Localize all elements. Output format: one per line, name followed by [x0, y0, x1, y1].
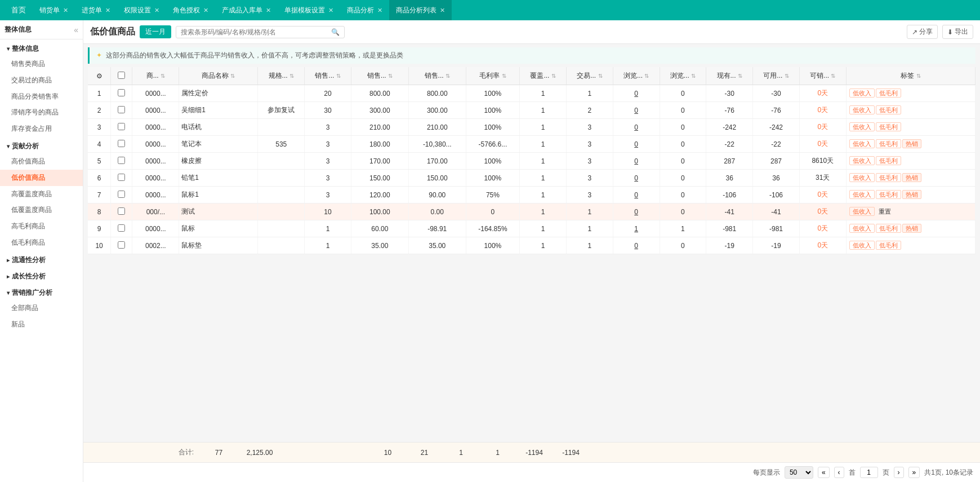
- views1-link[interactable]: 0: [634, 242, 638, 250]
- cell-checkbox[interactable]: [111, 204, 132, 220]
- sidebar-item-category-sales-rate[interactable]: 商品分类销售率: [0, 89, 83, 105]
- col-sales-cost[interactable]: 销售... ⇅: [408, 67, 466, 85]
- cell-views1[interactable]: 0: [613, 153, 660, 170]
- sidebar-group-overall[interactable]: ▾ 整体信息: [0, 39, 83, 56]
- page-unit: 页: [883, 468, 889, 477]
- close-icon-5[interactable]: ✕: [328, 0, 333, 20]
- col-available[interactable]: 可用... ⇅: [753, 67, 800, 85]
- search-input[interactable]: [181, 28, 331, 36]
- sidebar-item-new-products[interactable]: 新品: [0, 316, 83, 333]
- views1-link[interactable]: 1: [634, 225, 638, 233]
- col-views1[interactable]: 浏览... ⇅: [613, 67, 660, 85]
- nav-tab-6[interactable]: 商品分析 ✕: [340, 0, 389, 20]
- col-tags[interactable]: 标签 ⇅: [846, 67, 975, 85]
- sidebar-item-low-value[interactable]: 低价值商品: [0, 170, 83, 186]
- cell-checkbox[interactable]: [111, 220, 132, 237]
- close-icon-7[interactable]: ✕: [440, 0, 445, 20]
- nav-tab-0[interactable]: 销货单 ✕: [33, 0, 75, 20]
- cell-views1[interactable]: 0: [613, 187, 660, 204]
- cell-views1[interactable]: 0: [613, 85, 660, 102]
- sidebar-item-stock-funds[interactable]: 库存资金占用: [0, 121, 83, 137]
- sidebar-item-sales-products[interactable]: 销售类商品: [0, 56, 83, 72]
- select-all-checkbox[interactable]: [118, 72, 125, 79]
- cell-views1[interactable]: 0: [613, 136, 660, 153]
- close-icon-1[interactable]: ✕: [105, 0, 110, 20]
- first-page-button[interactable]: «: [818, 467, 830, 478]
- cell-sales-cost: -10,380...: [408, 136, 466, 153]
- cell-coverage: 1: [520, 220, 567, 237]
- sidebar-item-low-margin[interactable]: 低毛利商品: [0, 235, 83, 251]
- views1-link[interactable]: 0: [634, 208, 638, 216]
- nav-tab-2[interactable]: 权限设置 ✕: [117, 0, 166, 20]
- search-icon[interactable]: 🔍: [331, 28, 340, 36]
- views1-link[interactable]: 0: [634, 191, 638, 199]
- footer-totals: 合计: 77 2,125.00 10 21 1 1 -1194 -1194: [83, 442, 980, 462]
- sidebar-group-growth[interactable]: ▸ 成长性分析: [0, 267, 83, 284]
- nav-tab-4[interactable]: 产成品入库单 ✕: [215, 0, 278, 20]
- col-sales-amt[interactable]: 销售... ⇅: [351, 67, 408, 85]
- nav-tab-7[interactable]: 商品分析列表 ✕: [389, 0, 452, 20]
- filter-recent-month-button[interactable]: 近一月: [140, 25, 171, 38]
- cell-views1[interactable]: 0: [613, 204, 660, 220]
- cell-checkbox[interactable]: [111, 187, 132, 204]
- close-icon-2[interactable]: ✕: [154, 0, 159, 20]
- next-page-button[interactable]: ›: [894, 467, 904, 478]
- views1-link[interactable]: 0: [634, 107, 638, 114]
- col-name[interactable]: 商品名称 ⇅: [179, 67, 258, 85]
- views1-link[interactable]: 0: [634, 140, 638, 148]
- cell-checkbox[interactable]: [111, 136, 132, 153]
- col-views2[interactable]: 浏览... ⇅: [660, 67, 706, 85]
- col-coverage[interactable]: 覆盖... ⇅: [520, 67, 567, 85]
- cell-checkbox[interactable]: [111, 102, 132, 119]
- sidebar-item-high-value[interactable]: 高价值商品: [0, 153, 83, 170]
- sidebar-item-high-margin[interactable]: 高毛利商品: [0, 218, 83, 235]
- sidebar-group-contribution[interactable]: ▾ 贡献分析: [0, 137, 83, 153]
- nav-tab-5[interactable]: 单据模板设置 ✕: [278, 0, 340, 20]
- sidebar-item-traded-products[interactable]: 交易过的商品: [0, 72, 83, 89]
- col-spec[interactable]: 规格... ⇅: [258, 67, 305, 85]
- cell-views1[interactable]: 0: [613, 170, 660, 187]
- col-transactions[interactable]: 交易... ⇅: [566, 67, 613, 85]
- close-icon-4[interactable]: ✕: [266, 0, 271, 20]
- cell-sales-qty: 20: [305, 85, 351, 102]
- sidebar-group-circulation[interactable]: ▸ 流通性分析: [0, 251, 83, 267]
- close-icon-6[interactable]: ✕: [377, 0, 382, 20]
- col-checkbox[interactable]: [111, 67, 132, 85]
- sidebar-item-all-products[interactable]: 全部商品: [0, 300, 83, 316]
- col-code[interactable]: 商... ⇅: [132, 67, 179, 85]
- share-button[interactable]: ↗ 分享: [907, 25, 938, 39]
- last-page-button[interactable]: »: [908, 467, 920, 478]
- prev-page-button[interactable]: ‹: [834, 467, 844, 478]
- per-page-select[interactable]: 50 100 200: [785, 466, 813, 479]
- views1-link[interactable]: 0: [634, 157, 638, 165]
- col-gross-margin[interactable]: 毛利率 ⇅: [466, 67, 520, 85]
- cell-views1[interactable]: 1: [613, 220, 660, 237]
- cell-views1[interactable]: 0: [613, 102, 660, 119]
- cell-checkbox[interactable]: [111, 85, 132, 102]
- col-settings[interactable]: ⚙: [88, 67, 111, 85]
- sidebar-group-marketing[interactable]: ▾ 营销推广分析: [0, 284, 83, 300]
- cell-checkbox[interactable]: [111, 170, 132, 187]
- sidebar-item-low-coverage[interactable]: 低覆盖度商品: [0, 202, 83, 218]
- col-sellable[interactable]: 可销... ⇅: [799, 67, 846, 85]
- views1-link[interactable]: 0: [634, 174, 638, 182]
- views1-link[interactable]: 0: [634, 90, 638, 98]
- cell-checkbox[interactable]: [111, 237, 132, 254]
- sidebar-item-high-coverage[interactable]: 高覆盖度商品: [0, 186, 83, 202]
- sidebar-item-slow-moving[interactable]: 滞销序号的商品: [0, 104, 83, 121]
- cell-checkbox[interactable]: [111, 153, 132, 170]
- cell-views1[interactable]: 0: [613, 119, 660, 136]
- page-input[interactable]: [860, 467, 878, 478]
- export-button[interactable]: ⬇ 导出: [942, 25, 973, 39]
- cell-checkbox[interactable]: [111, 119, 132, 136]
- nav-tab-1[interactable]: 进货单 ✕: [75, 0, 117, 20]
- nav-home[interactable]: 首页: [5, 0, 33, 20]
- cell-views1[interactable]: 0: [613, 237, 660, 254]
- col-current-stock[interactable]: 现有... ⇅: [706, 67, 753, 85]
- col-sales-qty[interactable]: 销售... ⇅: [305, 67, 351, 85]
- close-icon-0[interactable]: ✕: [63, 0, 68, 20]
- nav-tab-3[interactable]: 角色授权 ✕: [166, 0, 215, 20]
- views1-link[interactable]: 0: [634, 123, 638, 131]
- close-icon-3[interactable]: ✕: [203, 0, 208, 20]
- sidebar-collapse-btn[interactable]: «: [74, 25, 78, 34]
